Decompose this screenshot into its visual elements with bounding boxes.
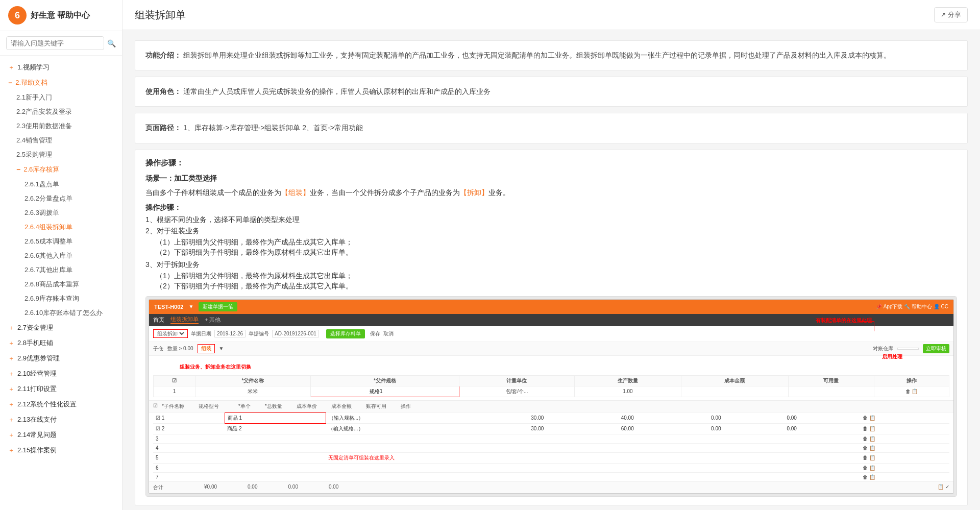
col-select: ☑	[154, 375, 195, 386]
sidebar-item-faq[interactable]: ＋ 2.14常见问题	[0, 427, 122, 443]
role-card: 使用角色： 通常由生产人员或库管人员完成拆装业务的操作，库管人员确认原材料的出库…	[135, 77, 968, 107]
col-child-spec2: 规格型号	[199, 403, 219, 410]
sidebar-item-docs[interactable]: − 2.帮助文档	[0, 75, 122, 90]
col-child-cost2: 成本金额	[331, 403, 352, 410]
top-bar: 组装拆卸单 ↗ 分享	[122, 0, 980, 30]
step3-sub2: （2）下部明细为子件明细，最终作为产成品生成其它入库单。	[145, 282, 957, 291]
mock-confirm-btn[interactable]: 选择库存料单	[326, 329, 365, 338]
table-row: ☑ 2 商品 2 （输入规格...） 30.00 60.00 0.00 0.00…	[153, 423, 949, 434]
annotation1-line	[859, 321, 874, 331]
sidebar-item-inventory-error[interactable]: 2.6.10库存账本错了怎么办	[0, 306, 122, 320]
page-title: 组装拆卸单	[135, 8, 186, 22]
steps-label: 操作步骤：	[145, 158, 957, 168]
col-item: *父件名称	[195, 375, 311, 386]
content-area: 功能介绍： 组装拆卸单用来处理企业组装或拆卸等加工业务，支持有固定装配清单的产品…	[122, 30, 980, 510]
sidebar-item-partial-stocktake[interactable]: 2.6.2分量盘点单	[0, 191, 122, 206]
sidebar-item-other-out[interactable]: 2.6.7其他出库单	[0, 263, 122, 277]
sidebar-item-personalize[interactable]: ＋ 2.12系统个性化设置	[0, 397, 122, 412]
mock-type-select[interactable]: 组装拆卸	[153, 329, 188, 338]
mock-date-label: 单据日期	[191, 330, 211, 337]
sidebar-item-mobile[interactable]: ＋ 2.8手机旺铺	[0, 335, 122, 351]
col-cost: 成本金额	[681, 375, 788, 386]
sidebar-item-install[interactable]: 2.2产品安装及登录	[0, 105, 122, 119]
mock-cancel[interactable]: 取消	[383, 330, 394, 337]
sidebar-item-data-prep[interactable]: 2.3使用前数据准备	[0, 119, 122, 133]
expand-operation-icon: ＋	[8, 370, 14, 378]
mock-tab-other[interactable]: + 其他	[205, 316, 220, 324]
mock-icons: 📌 App下载 🔧 帮助中心 👤 CC	[876, 303, 948, 310]
search-icon[interactable]: 🔍	[107, 39, 116, 47]
mock-sub-label1: 子仓	[153, 345, 163, 352]
table-row: 6 🗑 📋	[153, 463, 949, 472]
step2-sub2: （2）下部明细为子件明细，最终作为原材料生成其它出库单。	[145, 248, 957, 257]
col-child-name: *子件名称	[162, 403, 184, 410]
role-label: 使用角色：	[145, 87, 181, 95]
step3-sub1: （1）上部明细为父件明细，最终作为原材料生成其它出库单；	[145, 272, 957, 281]
step2-sub1: （1）上部明细为父件明细，最终作为产成品生成其它入库单；	[145, 238, 957, 247]
sidebar-item-stocktake[interactable]: 2.6.1盘点单	[0, 177, 122, 191]
sidebar-item-operation[interactable]: ＋ 2.10经营管理	[0, 366, 122, 381]
path-text: 1、库存核算->库存管理->组装拆卸单 2、首页->常用功能	[183, 124, 363, 132]
scene1-label: 场景一：加工类型选择	[145, 174, 957, 183]
col-available: 可用量	[788, 375, 874, 386]
search-input[interactable]	[6, 36, 104, 50]
mock-footer: 合计 ¥0.00 0.00 0.00 0.00 📋 ✓	[149, 481, 953, 493]
step1: 1、根据不同的业务，选择不同单据的类型来处理	[145, 215, 957, 225]
table-row: ☑ 1 商品 1 （输入规格...） 30.00 40.00 0.00 0.00…	[153, 412, 949, 423]
screenshot-mockup: TEST-H002 ▼ 新建单据一笔 📌 App下载 🔧 帮助中心 👤 CC 首…	[145, 296, 957, 497]
sidebar-item-payment[interactable]: ＋ 2.13在线支付	[0, 412, 122, 427]
step3: 3、对于拆卸业务	[145, 260, 957, 270]
intro-card: 功能介绍： 组装拆卸单用来处理企业组装或拆卸等加工业务，支持有固定装配清单的产品…	[135, 40, 968, 70]
path-card: 页面路径： 1、库存核算->库存管理->组装拆卸单 2、首页->常用功能	[135, 113, 968, 143]
sidebar-item-assembly[interactable]: 2.6.4组装拆卸单	[0, 220, 122, 234]
intro-text: 组装拆卸单用来处理企业组装或拆卸等加工业务，支持有固定装配清单的产品加工业务，也…	[183, 51, 891, 59]
nav-tree: ＋ 1.视频学习 − 2.帮助文档 2.1新手入门 2.2产品安装及登录 2.3…	[0, 56, 122, 510]
footer-val2: 0.00	[248, 484, 257, 491]
sidebar-item-sales[interactable]: 2.4销售管理	[0, 133, 122, 148]
mock-type-switch: ▼	[219, 346, 224, 351]
sidebar-item-beginner[interactable]: 2.1新手入门	[0, 90, 122, 105]
mock-spec-input[interactable]	[370, 389, 400, 395]
mock-type-dropdown[interactable]: 组装拆卸	[155, 330, 186, 337]
table-row: 4 🗑 📋	[153, 443, 949, 452]
sidebar-item-cost-recalc[interactable]: 2.6.8商品成本重算	[0, 277, 122, 292]
app-title: 好生意 帮助中心	[31, 10, 90, 21]
scene1-desc: 当由多个子件材料组装成一个成品的业务为【组装】业务，当由一个父件拆分成多个子产品…	[145, 186, 957, 199]
share-button[interactable]: ↗ 分享	[934, 7, 968, 22]
sidebar-item-print[interactable]: ＋ 2.11打印设置	[0, 381, 122, 397]
mock-tab-home[interactable]: 首页	[153, 316, 164, 324]
mock-warehouse-select[interactable]	[897, 348, 919, 350]
mock-new-btn[interactable]: 新建单据一笔	[199, 302, 237, 311]
share-icon: ↗	[941, 11, 946, 18]
expand-print-icon: ＋	[8, 385, 14, 394]
sidebar-item-cost-adjust[interactable]: 2.6.5成本调整单	[0, 234, 122, 249]
col-qty: 生产数量	[574, 375, 681, 386]
mock-confirm2-btn[interactable]: 立即审核	[923, 344, 949, 353]
main-content: 组装拆卸单 ↗ 分享 功能介绍： 组装拆卸单用来处理企业组装或拆卸等加工业务，支…	[122, 0, 980, 510]
mock-process-type[interactable]: 组装	[198, 344, 215, 353]
table-row: 3 🗑 📋	[153, 434, 949, 443]
mock-tab-assembly[interactable]: 组装拆卸单	[170, 315, 199, 324]
collapse-inventory-icon: −	[16, 165, 20, 174]
sidebar-item-cases[interactable]: ＋ 2.15操作案例	[0, 443, 122, 458]
step2: 2、对于组装业务	[145, 227, 957, 236]
col-spec: *父件规格	[310, 375, 459, 386]
footer-val1: ¥0.00	[204, 484, 217, 491]
sidebar-item-other-in[interactable]: 2.6.6其他入库单	[0, 249, 122, 263]
sidebar-item-coupon[interactable]: ＋ 2.9优惠券管理	[0, 351, 122, 366]
expand-faq-icon: ＋	[8, 431, 14, 440]
sidebar-item-transfer[interactable]: 2.6.3调拨单	[0, 206, 122, 220]
search-box: 🔍	[0, 31, 122, 56]
mock-upper-table: ☑ *父件名称 *父件规格 计量单位 生产数量 成本金额 可用量 操作	[153, 375, 949, 397]
sidebar-item-video[interactable]: ＋ 1.视频学习	[0, 60, 122, 75]
expand-mobile-icon: ＋	[8, 339, 14, 348]
sidebar-item-inventory-query[interactable]: 2.6.9库存账本查询	[0, 292, 122, 306]
sidebar-item-inventory[interactable]: − 2.6库存核算	[0, 162, 122, 177]
expand-payment-icon: ＋	[8, 416, 14, 424]
mock-no-field: AD-20191226-001	[272, 330, 319, 337]
col-child-qty2: *单个	[238, 403, 251, 410]
annotation2-text: 组装业务、拆卸业务在这里切换	[180, 363, 251, 371]
mock-save[interactable]: 保存	[370, 330, 380, 337]
sidebar-item-finance[interactable]: ＋ 2.7资金管理	[0, 320, 122, 335]
sidebar-item-purchase[interactable]: 2.5采购管理	[0, 148, 122, 162]
